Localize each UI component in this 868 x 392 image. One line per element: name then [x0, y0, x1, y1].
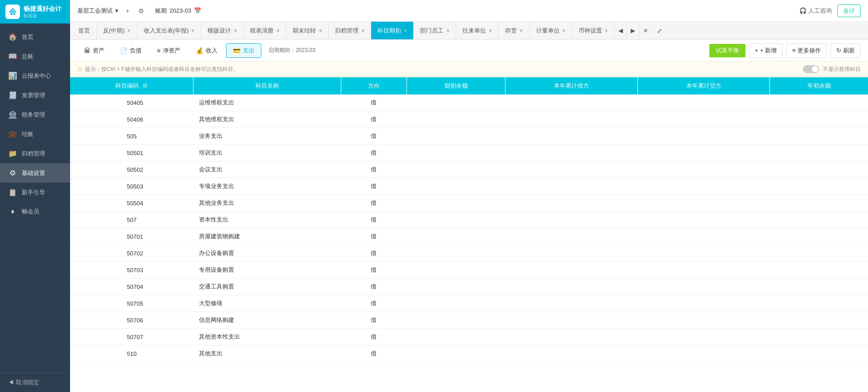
- tab-3[interactable]: 模版设计×: [201, 22, 244, 39]
- plus-icon: +: [755, 47, 759, 54]
- cell-balance: [406, 195, 505, 212]
- app-logo[interactable]: 会 畅捷通好会计 标题版: [0, 0, 70, 24]
- tab-8[interactable]: 部门员工×: [414, 22, 456, 39]
- tab-close-6[interactable]: ×: [361, 28, 364, 34]
- logo-sub: 标题版: [24, 13, 61, 19]
- column-settings-icon[interactable]: ⚙: [142, 82, 148, 89]
- cell-credit: [637, 111, 769, 128]
- invoice-icon: 🧾: [8, 91, 17, 99]
- company-selector[interactable]: 基层工会测试 ▾: [77, 7, 118, 15]
- tabbar: 首页反(中期)×收入支出表(年报)×模版设计×税表清册×期末结转×归档管理×科目…: [70, 22, 868, 40]
- tab-7[interactable]: 科目期初×: [371, 22, 414, 39]
- tab-close-9[interactable]: ×: [489, 28, 492, 34]
- tab-12[interactable]: 币种设置×: [572, 22, 615, 39]
- table-row[interactable]: 50701 房屋建筑物购建 借: [70, 228, 868, 245]
- tab-close-1[interactable]: ×: [127, 28, 131, 34]
- tab-close-3[interactable]: ×: [234, 28, 237, 34]
- table-row[interactable]: 50706 信息网络购建 借: [70, 312, 868, 329]
- tab-10[interactable]: 存货×: [499, 22, 529, 39]
- tab-close-all-button[interactable]: ×: [639, 22, 652, 39]
- tab-close-12[interactable]: ×: [605, 28, 608, 34]
- refresh-button[interactable]: ↻ 刷新: [830, 43, 861, 58]
- sidebar-item-closing[interactable]: 💼 结账: [0, 124, 70, 144]
- sidebar-item-home[interactable]: 🏠 首页: [0, 27, 70, 47]
- cell-direction: 借: [341, 94, 406, 111]
- table-row[interactable]: 50503 专项业务支出 借: [70, 178, 868, 195]
- tab-4[interactable]: 税表清册×: [244, 22, 286, 39]
- subtab-asset[interactable]: 🏛资产: [77, 43, 111, 58]
- sidebar-item-reports[interactable]: 📊 云报表中心: [0, 66, 70, 85]
- tab-close-2[interactable]: ×: [191, 28, 194, 34]
- cell-balance: [406, 128, 505, 145]
- more-button[interactable]: ≡ 更多操作: [786, 43, 827, 58]
- tab-close-10[interactable]: ×: [519, 28, 523, 34]
- sidebar-item-tax[interactable]: 🏦 税务管理: [0, 105, 70, 124]
- guide-icon: 📋: [8, 188, 17, 197]
- sidebar-item-ledger[interactable]: 📖 总账: [0, 47, 70, 66]
- table-header-row: 科目编码 ⚙ 科目名称 方向 期初余额 本年累计借方 本年累计贷方 年初余额: [70, 77, 868, 94]
- table-row[interactable]: 505 业务支出 借: [70, 128, 868, 145]
- calculate-button[interactable]: 试算平衡: [709, 44, 745, 57]
- tab-6[interactable]: 归档管理×: [329, 22, 371, 39]
- tab-close-11[interactable]: ×: [562, 28, 566, 34]
- table-row[interactable]: 50406 其他维权支出 借: [70, 111, 868, 128]
- liability-icon: 📄: [120, 47, 127, 54]
- tab-nav-right[interactable]: ▶: [627, 22, 639, 39]
- table-row[interactable]: 50504 其他业务支出 借: [70, 195, 868, 212]
- disable-toggle[interactable]: [803, 65, 819, 73]
- tab-0[interactable]: 首页: [72, 22, 97, 39]
- subtab-expense[interactable]: 💳支出: [226, 43, 261, 58]
- tab-expand-button[interactable]: ⤢: [652, 22, 667, 39]
- table-row[interactable]: 50502 会议支出 借: [70, 161, 868, 178]
- sidebar-item-invoice[interactable]: 🧾 发票管理: [0, 85, 70, 105]
- tab-close-5[interactable]: ×: [319, 28, 322, 34]
- table-row[interactable]: 50704 交通工具购置 借: [70, 279, 868, 295]
- tab-11[interactable]: 计量单位×: [530, 22, 572, 39]
- cell-code: 50501: [70, 145, 193, 161]
- cell-year-balance: [770, 212, 868, 228]
- add-button[interactable]: + + 新增: [749, 43, 783, 58]
- table-row[interactable]: 50702 办公设备购置 借: [70, 245, 868, 262]
- help-button[interactable]: 🎧 人工咨询: [799, 7, 832, 15]
- cell-credit: [637, 161, 769, 178]
- cell-credit: [637, 212, 769, 228]
- sidebar-item-member[interactable]: ♦ 畅会员: [0, 202, 70, 221]
- cell-name: 其他维权支出: [193, 111, 341, 128]
- table-row[interactable]: 50703 专用设备购置 借: [70, 262, 868, 279]
- table-row[interactable]: 50707 其他资本性支出 借: [70, 329, 868, 345]
- table-row[interactable]: 50705 大型修缮 借: [70, 295, 868, 312]
- subtab-equity[interactable]: ≡净资产: [150, 43, 187, 58]
- calendar-icon: 📅: [194, 7, 201, 14]
- sidebar-item-guide[interactable]: 📋 新手引导: [0, 183, 70, 202]
- sidebar-item-settings[interactable]: ⚙ 基础设置: [0, 163, 70, 183]
- tab-nav-left[interactable]: ◀: [615, 22, 627, 39]
- tab-close-7[interactable]: ×: [404, 28, 407, 34]
- table-row[interactable]: 510 其他支出 借: [70, 345, 868, 362]
- expense-icon: 💳: [233, 47, 241, 54]
- period-value[interactable]: 2023-03: [170, 7, 191, 14]
- subtab-income[interactable]: 💰收入: [189, 43, 224, 58]
- tab-close-8[interactable]: ×: [446, 28, 449, 34]
- table-row[interactable]: 507 资本性支出 借: [70, 212, 868, 228]
- tab-close-4[interactable]: ×: [276, 28, 279, 34]
- cell-balance: [406, 279, 505, 295]
- subtab-label-income: 收入: [206, 47, 217, 55]
- cell-name: 其他资本性支出: [193, 329, 341, 345]
- table-row[interactable]: 50405 运维维权支出 借: [70, 94, 868, 111]
- tab-1[interactable]: 反(中期)×: [97, 22, 137, 39]
- cell-code: 50703: [70, 262, 193, 279]
- cell-credit: [637, 128, 769, 145]
- settings-icon-button[interactable]: ⚙: [137, 5, 146, 16]
- cell-code: 50406: [70, 111, 193, 128]
- subtab-liability[interactable]: 📄负债: [113, 43, 148, 58]
- tab-5[interactable]: 期末结转×: [286, 22, 329, 39]
- tab-9[interactable]: 往来单位×: [456, 22, 499, 39]
- closing-icon: 💼: [8, 130, 17, 138]
- add-tab-button[interactable]: +: [124, 5, 131, 16]
- account-button[interactable]: 会计: [837, 5, 861, 17]
- table-row[interactable]: 50501 培训支出 借: [70, 145, 868, 161]
- sidebar-collapse-btn[interactable]: ◀ 取消固定: [0, 373, 70, 392]
- tab-2[interactable]: 收入支出表(年报)×: [137, 22, 202, 39]
- sidebar-label-guide: 新手引导: [22, 189, 45, 197]
- sidebar-item-archive[interactable]: 📁 归档管理: [0, 144, 70, 163]
